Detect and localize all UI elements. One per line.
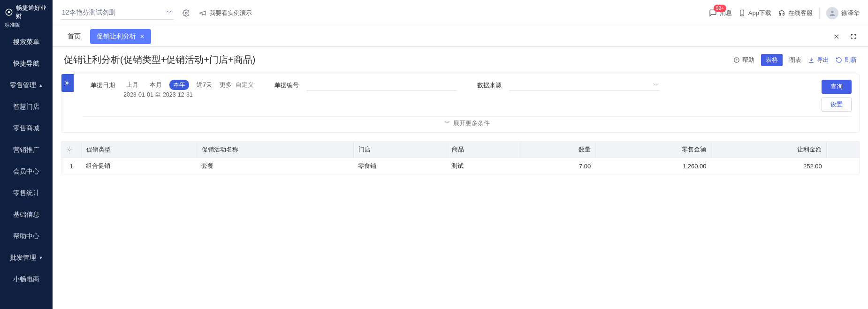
expand-more-conditions[interactable]: ︾ 展开更多条件 [82,116,852,130]
megaphone-icon [199,9,206,17]
tab-promo-analysis[interactable]: 促销让利分析 ✕ [90,29,151,44]
sidebar-item-helpcenter[interactable]: 帮助中心 [0,226,53,247]
chevron-down-icon: ﹀ [653,81,659,90]
expand-handle[interactable] [61,74,74,92]
settings-icon[interactable] [180,7,192,19]
support-label: 在线客服 [788,9,813,17]
support-action[interactable]: 在线客服 [778,9,813,17]
tab-close-button[interactable] [830,30,843,43]
filter-code-input[interactable] [306,80,457,91]
filter-date-label: 单据日期 [82,80,115,90]
messages-action[interactable]: 99+ 消息 [709,9,732,17]
download-action[interactable]: App下载 [739,9,771,17]
range-this-year[interactable]: 本年 [169,80,189,90]
brand-edition: 标准版 [0,22,53,31]
chevron-down-icon: ▼ [39,256,43,260]
cell-store: 零食铺 [353,158,447,174]
filter-panel: 单据日期 上月 本月 本年 近7天 更多 自定义 2023-01-01 至 20… [61,74,860,133]
topbar: 12李艳芬测试勿删 ﹀ 我要看实例演示 99+ 消息 [53,0,868,26]
chevron-down-icon: ﹀ [166,8,173,17]
export-label: 导出 [817,56,829,64]
sidebar-section-retail[interactable]: 零售管理 ▲ [0,75,53,96]
results-table: 促销类型 促销活动名称 门店 商品 数量 零售金额 让利金额 1 组合促销 套 [61,141,860,174]
view-chart-button[interactable]: 图表 [789,56,801,64]
cell-product: 测试 [447,158,521,174]
sidebar-section-wholesale[interactable]: 批发管理 ▼ [0,247,53,269]
sidebar-nav: 搜索菜单 快捷导航 零售管理 ▲ 智慧门店 零售商城 营销推广 会员中心 零售统… [0,31,53,290]
svg-point-5 [831,10,833,13]
sidebar-item-baseinfo[interactable]: 基础信息 [0,204,53,226]
range-custom[interactable]: 自定义 [236,81,254,89]
page-title: 促销让利分析(促销类型+促销活动+门店+商品) [64,53,255,66]
refresh-button[interactable]: 刷新 [836,56,857,64]
table-row[interactable]: 1 组合促销 套餐 零食铺 测试 7.00 1,260.00 252.00 [61,158,859,174]
messages-badge: 99+ [714,5,726,12]
table-header-row: 促销类型 促销活动名称 门店 商品 数量 零售金额 让利金额 [61,142,859,158]
range-last-month[interactable]: 上月 [122,80,142,90]
filter-source-label: 数据来源 [469,80,502,90]
filter-code: 单据编号 [266,80,457,91]
help-button[interactable]: 帮助 [733,56,754,64]
svg-point-2 [185,12,187,14]
gear-icon [66,146,76,153]
date-range-text: 2023-01-01 至 2023-12-31 [122,91,254,99]
col-store[interactable]: 门店 [353,142,447,158]
row-index: 1 [61,158,81,174]
range-7days[interactable]: 近7天 [193,80,216,90]
sidebar: 畅捷通好业财 标准版 搜索菜单 快捷导航 零售管理 ▲ 智慧门店 零售商城 营销… [0,0,53,309]
double-chevron-down-icon: ︾ [444,120,450,128]
refresh-icon [836,57,842,63]
sidebar-item-member[interactable]: 会员中心 [0,161,53,182]
cell-qty: 7.00 [521,158,596,174]
brand: 畅捷通好业财 [0,0,53,22]
tab-label: 首页 [68,32,81,41]
phone-icon [739,9,746,16]
brand-name: 畅捷通好业财 [16,4,48,21]
svg-point-1 [8,11,10,14]
sidebar-section-label: 批发管理 [10,254,36,262]
view-chart-label: 图表 [789,56,801,64]
tab-label: 促销让利分析 [97,32,136,41]
settings-button[interactable]: 设置 [822,98,852,112]
main: 12李艳芬测试勿删 ﹀ 我要看实例演示 99+ 消息 [53,0,868,309]
demo-link-label: 我要看实例演示 [209,9,252,17]
range-this-month[interactable]: 本月 [146,80,166,90]
fullscreen-button[interactable] [847,30,860,43]
svg-point-8 [734,57,739,62]
close-icon[interactable]: ✕ [140,33,145,40]
col-type[interactable]: 促销类型 [81,142,197,158]
filter-date: 单据日期 上月 本月 本年 近7天 更多 自定义 2023-01-01 至 20… [82,80,254,99]
sidebar-item-smartstore[interactable]: 智慧门店 [0,96,53,118]
export-icon [808,57,815,63]
col-settings[interactable] [61,142,81,158]
user-name: 徐泽华 [841,9,860,17]
sidebar-item-marketing[interactable]: 营销推广 [0,139,53,161]
col-sales[interactable]: 零售金额 [595,142,711,158]
sidebar-quicknav[interactable]: 快捷导航 [0,53,53,75]
col-discount[interactable]: 让利金额 [711,142,827,158]
expand-more-label: 展开更多条件 [453,120,490,128]
svg-point-10 [69,149,70,151]
col-product[interactable]: 商品 [447,142,521,158]
user-menu[interactable]: 徐泽华 [826,7,860,19]
download-label: App下载 [748,9,771,17]
col-qty[interactable]: 数量 [521,142,596,158]
query-button[interactable]: 查询 [822,80,852,94]
range-more[interactable]: 更多 [220,81,232,89]
sidebar-item-retailmall[interactable]: 零售商城 [0,118,53,139]
separator [819,8,820,18]
export-button[interactable]: 导出 [808,56,829,64]
sidebar-item-retailstats[interactable]: 零售统计 [0,182,53,204]
filter-source-select[interactable]: ﹀ [509,80,659,91]
brand-logo-icon [5,8,13,16]
tab-home[interactable]: 首页 [61,29,87,44]
col-activity[interactable]: 促销活动名称 [197,142,353,158]
org-name: 12李艳芬测试勿删 [62,8,115,17]
demo-link[interactable]: 我要看实例演示 [199,9,252,17]
col-spacer [827,142,859,158]
sidebar-search[interactable]: 搜索菜单 [0,31,53,53]
sidebar-item-ecommerce[interactable]: 小畅电商 [0,269,53,290]
cell-sales: 1,260.00 [595,158,711,174]
org-select[interactable]: 12李艳芬测试勿删 ﹀ [61,7,174,19]
view-table-button[interactable]: 表格 [761,54,783,66]
